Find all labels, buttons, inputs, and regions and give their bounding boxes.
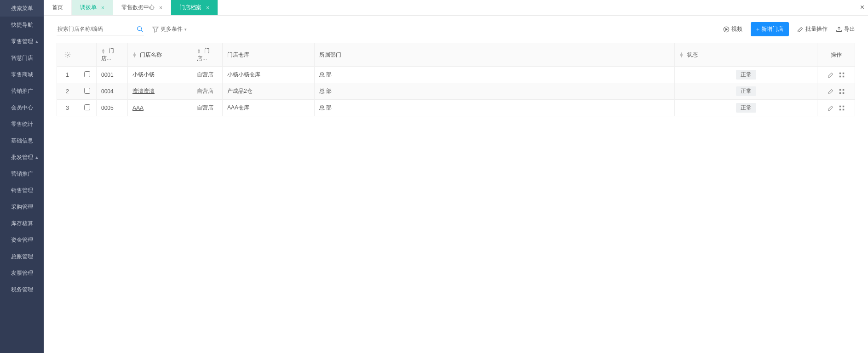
svg-rect-11 <box>842 92 844 94</box>
edit-icon <box>797 26 804 33</box>
tab-retail-data-center[interactable]: 零售数据中心 × <box>113 0 171 15</box>
sidebar-item-quicknav[interactable]: 快捷导航 <box>0 17 44 33</box>
sidebar-item-retail-stats[interactable]: 零售统计 <box>0 116 44 132</box>
main-area: 首页 调拨单 × 零售数据中心 × 门店档案 × × <box>44 0 868 353</box>
plus-icon: + <box>756 26 759 33</box>
tab-label: 零售数据中心 <box>121 4 155 11</box>
table-row: 2 0004 澶澶澶澶 自营店 产成品2仓 总 部 正常 <box>57 83 855 100</box>
sidebar-item-smart-store[interactable]: 智慧门店 <box>0 50 44 66</box>
close-icon[interactable]: × <box>206 5 209 11</box>
cell-index: 1 <box>57 67 78 83</box>
toolbar: 更多条件 ▾ 视频 + 新增门店 批量操作 <box>44 16 868 43</box>
sidebar-item-basic-info[interactable]: 基础信息 <box>0 132 44 149</box>
more-filter-button[interactable]: 更多条件 ▾ <box>152 25 187 33</box>
cell-name-link[interactable]: 小畅小畅 <box>132 71 155 78</box>
qr-icon[interactable] <box>839 88 845 95</box>
row-actions <box>822 88 850 95</box>
sidebar-item-label: 发票管理 <box>11 269 33 277</box>
sidebar-item-label: 采购管理 <box>11 203 33 211</box>
svg-line-1 <box>141 30 143 32</box>
qr-icon[interactable] <box>839 72 845 78</box>
edit-row-icon[interactable] <box>828 72 834 78</box>
table-header-row: ▲▼ 门店... ▲▼ 门店名称 ▲▼ 门店... 门店仓库 <box>57 43 855 67</box>
video-button[interactable]: 视频 <box>723 25 742 33</box>
cell-warehouse: 产成品2仓 <box>223 83 315 100</box>
sidebar-item-inventory[interactable]: 库存核算 <box>0 215 44 232</box>
tabbar: 首页 调拨单 × 零售数据中心 × 门店档案 × × <box>44 0 868 16</box>
cell-name-link[interactable]: AAA <box>132 105 144 111</box>
svg-rect-6 <box>839 75 841 77</box>
row-checkbox[interactable] <box>84 71 90 77</box>
row-checkbox[interactable] <box>84 104 90 110</box>
close-all-icon[interactable]: × <box>860 3 864 11</box>
search-icon[interactable] <box>137 26 143 32</box>
col-code[interactable]: ▲▼ 门店... <box>97 43 128 67</box>
close-icon[interactable]: × <box>101 5 104 11</box>
sidebar-item-label: 税务管理 <box>11 286 33 294</box>
edit-row-icon[interactable] <box>828 105 834 111</box>
cell-name-link[interactable]: 澶澶澶澶 <box>132 88 155 94</box>
svg-rect-13 <box>842 105 844 107</box>
sidebar-item-label: 批发管理 <box>11 154 33 161</box>
tab-store-archive[interactable]: 门店档案 × <box>171 0 218 15</box>
col-warehouse[interactable]: 门店仓库 <box>223 43 315 67</box>
cell-warehouse: 小畅小畅仓库 <box>223 67 315 83</box>
sidebar-item-wholesale-marketing[interactable]: 营销推广 <box>0 165 44 182</box>
sidebar: 搜索菜单 快捷导航 零售管理 ▲ 智慧门店 零售商城 营销推广 会员中心 零售统… <box>0 0 44 353</box>
cell-type: 自营店 <box>192 67 223 83</box>
sidebar-item-ledger[interactable]: 总账管理 <box>0 248 44 265</box>
svg-rect-7 <box>842 75 844 77</box>
sidebar-item-search-menu[interactable]: 搜索菜单 <box>0 0 44 17</box>
sidebar-item-label: 零售统计 <box>11 120 33 128</box>
svg-rect-12 <box>839 105 841 107</box>
sidebar-item-label: 快捷导航 <box>11 21 33 29</box>
col-checkbox <box>78 43 97 67</box>
col-name[interactable]: ▲▼ 门店名称 <box>128 43 192 67</box>
sidebar-item-member-center[interactable]: 会员中心 <box>0 99 44 116</box>
add-store-label: 新增门店 <box>761 25 783 33</box>
svg-rect-14 <box>839 108 841 110</box>
play-circle-icon <box>723 26 730 33</box>
sidebar-item-retail-mall[interactable]: 零售商城 <box>0 66 44 83</box>
caret-up-icon: ▲ <box>34 155 39 160</box>
col-label: 操作 <box>831 51 842 58</box>
export-button[interactable]: 导出 <box>836 25 855 33</box>
sidebar-item-purchase-mgmt[interactable]: 采购管理 <box>0 199 44 215</box>
sidebar-item-wholesale-mgmt[interactable]: 批发管理 ▲ <box>0 149 44 165</box>
sidebar-item-sales-mgmt[interactable]: 销售管理 <box>0 182 44 199</box>
batch-ops-button[interactable]: 批量操作 <box>797 25 828 33</box>
col-label: 状态 <box>687 51 698 58</box>
col-settings[interactable] <box>57 43 78 67</box>
col-status[interactable]: ▲▼ 状态 <box>675 43 817 67</box>
col-type[interactable]: ▲▼ 门店... <box>192 43 223 67</box>
sidebar-item-invoice[interactable]: 发票管理 <box>0 265 44 281</box>
table-wrap: ▲▼ 门店... ▲▼ 门店名称 ▲▼ 门店... 门店仓库 <box>44 43 868 116</box>
row-actions <box>822 105 850 111</box>
tab-transfer-order[interactable]: 调拨单 × <box>72 0 113 15</box>
close-icon[interactable]: × <box>159 5 162 11</box>
svg-rect-8 <box>839 89 841 91</box>
filter-icon <box>152 26 159 33</box>
search-input[interactable] <box>57 23 144 35</box>
sidebar-item-marketing[interactable]: 营销推广 <box>0 83 44 99</box>
sort-icon: ▲▼ <box>101 48 105 54</box>
sidebar-item-funds[interactable]: 资金管理 <box>0 232 44 248</box>
add-store-button[interactable]: + 新增门店 <box>751 22 789 36</box>
sidebar-item-label: 营销推广 <box>11 87 33 95</box>
sort-icon: ▲▼ <box>197 48 201 54</box>
qr-icon[interactable] <box>839 105 845 111</box>
cell-dept: 总 部 <box>315 83 675 100</box>
sidebar-item-retail-mgmt[interactable]: 零售管理 ▲ <box>0 33 44 50</box>
gear-icon <box>64 51 71 58</box>
cell-type: 自营店 <box>192 83 223 100</box>
sidebar-item-tax[interactable]: 税务管理 <box>0 281 44 298</box>
sidebar-item-label: 零售商城 <box>11 71 33 79</box>
sort-icon: ▲▼ <box>679 52 684 57</box>
cell-code: 0001 <box>97 67 128 83</box>
tab-home[interactable]: 首页 <box>44 0 72 15</box>
row-checkbox[interactable] <box>84 88 90 94</box>
caret-up-icon: ▲ <box>34 39 39 44</box>
edit-row-icon[interactable] <box>828 88 834 95</box>
col-dept[interactable]: 所属部门 <box>315 43 675 67</box>
row-actions <box>822 72 850 78</box>
